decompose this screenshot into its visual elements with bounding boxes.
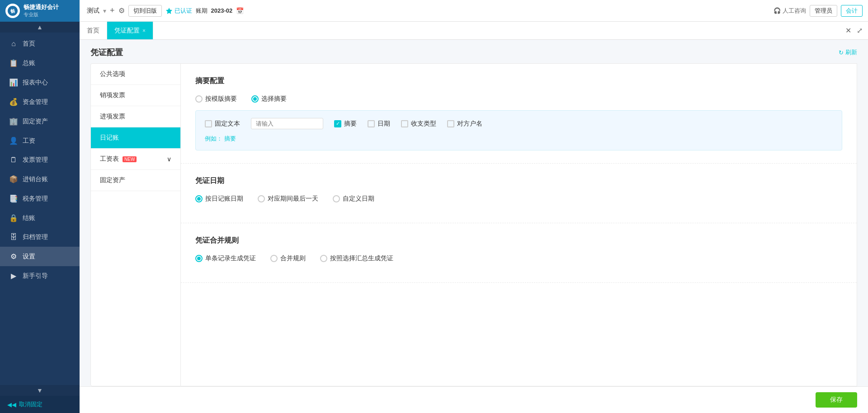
home-icon: ⌂ — [9, 40, 18, 48]
capital-icon: 💰 — [9, 98, 18, 106]
sidebar-item-home[interactable]: ⌂ 首页 — [0, 34, 80, 53]
sidebar-item-reports[interactable]: 📊 报表中心 — [0, 73, 80, 92]
checkbox-box-payment-type — [401, 120, 408, 127]
radio-single-record[interactable]: 单条记录生成凭证 — [195, 254, 256, 263]
merge-radio-group: 单条记录生成凭证 合并规则 按照选择汇总生成凭证 — [195, 254, 842, 263]
refresh-button[interactable]: ↻ 刷新 — [839, 48, 857, 56]
pin-icon: ◀◀ — [7, 401, 16, 408]
scroll-down-button[interactable]: ▼ — [0, 385, 80, 396]
radio-circle-by-selection — [320, 255, 327, 262]
calendar-icon[interactable]: 📅 — [236, 7, 244, 14]
period-label: 账期 — [196, 7, 208, 15]
tax-icon: 📑 — [9, 194, 18, 203]
page-header: 凭证配置 ↻ 刷新 — [80, 40, 868, 58]
left-nav-item-journal[interactable]: 日记账 — [91, 127, 180, 149]
logo-icon: 畅 — [5, 4, 20, 18]
radio-period-last[interactable]: 对应期间最后一天 — [258, 195, 318, 203]
top-header: 畅 畅捷通好会计 专业版 测试 ▾ + ⚙ 切到旧版 已认证 账期 2023-0… — [0, 0, 868, 22]
refresh-icon: ↻ — [839, 49, 844, 56]
tab-bar: 首页 凭证配置 × ✕ ⤢ — [80, 22, 868, 40]
headset-icon: 🎧 — [774, 7, 781, 14]
merge-section: 凭证合并规则 单条记录生成凭证 合并规则 按照选择汇总生成凭证 — [181, 223, 857, 283]
guide-icon: ▶ — [9, 272, 18, 280]
tab-actions: ✕ ⤢ — [840, 22, 868, 39]
content-area: 首页 凭证配置 × ✕ ⤢ 凭证配置 ↻ 刷新 公共选项 — [80, 22, 868, 413]
dropdown-icon[interactable]: ▾ — [103, 7, 106, 14]
radio-circle-select — [251, 95, 259, 103]
salary-icon: 👤 — [9, 136, 18, 145]
sidebar-item-tax[interactable]: 📑 税务管理 — [0, 189, 80, 208]
sidebar-item-invoice[interactable]: 🗒 发票管理 — [0, 150, 80, 169]
radio-circle-journal-date — [195, 195, 203, 202]
radio-circle-custom-date — [333, 195, 340, 202]
admin-button[interactable]: 管理员 — [810, 5, 837, 17]
sidebar-nav: ⌂ 首页 📋 总账 📊 报表中心 💰 资金管理 🏢 固定资产 👤 工资 — [0, 33, 80, 385]
checkbox-box-counterparty — [447, 120, 454, 127]
add-icon[interactable]: + — [110, 6, 115, 15]
sidebar-item-trade[interactable]: 📦 进销台账 — [0, 169, 80, 189]
summary-section-title: 摘要配置 — [195, 76, 842, 86]
radio-select-summary[interactable]: 选择摘要 — [251, 95, 287, 103]
sidebar-item-assets[interactable]: 🏢 固定资产 — [0, 112, 80, 131]
scroll-up-button[interactable]: ▲ — [0, 22, 80, 33]
sidebar-item-guide[interactable]: ▶ 新手引导 — [0, 266, 80, 286]
assets-icon: 🏢 — [9, 117, 18, 126]
left-nav-item-fixed-assets[interactable]: 固定资产 — [91, 170, 180, 191]
svg-text:畅: 畅 — [10, 9, 15, 14]
summary-radio-group: 按模版摘要 选择摘要 — [195, 95, 842, 103]
sidebar-item-archive[interactable]: 🗄 归档管理 — [0, 228, 80, 247]
config-area: 摘要配置 按模版摘要 选择摘要 — [181, 63, 857, 386]
radio-by-selection[interactable]: 按照选择汇总生成凭证 — [320, 254, 393, 263]
example-text: 例如： 摘要 — [205, 135, 833, 143]
checkbox-box-summary — [334, 120, 341, 127]
checkbox-summary[interactable]: 摘要 — [334, 120, 357, 128]
checkbox-date[interactable]: 日期 — [368, 120, 390, 128]
logo-area: 畅 畅捷通好会计 专业版 — [0, 0, 80, 22]
tab-voucher-config[interactable]: 凭证配置 × — [107, 22, 153, 39]
switch-old-version-button[interactable]: 切到旧版 — [128, 5, 162, 17]
tab-home[interactable]: 首页 — [80, 22, 107, 39]
sidebar-item-salary[interactable]: 👤 工资 — [0, 131, 80, 150]
accountant-button[interactable]: 会计 — [841, 5, 863, 17]
fixed-text-input[interactable] — [251, 118, 323, 129]
logo-text: 畅捷通好会计 专业版 — [24, 3, 59, 18]
tab-close-icon[interactable]: ✕ — [844, 24, 853, 37]
summary-config-box: 固定文本 摘要 日期 — [195, 110, 842, 150]
sidebar-item-close[interactable]: 🔒 结账 — [0, 208, 80, 228]
support-button[interactable]: 🎧 人工咨询 — [774, 7, 806, 15]
project-name: 测试 — [87, 7, 99, 15]
tab-close-button[interactable]: × — [142, 28, 146, 34]
inner-layout: 公共选项 销项发票 进项发票 日记账 工资表 NEW ∨ — [80, 58, 868, 386]
checkbox-counterparty[interactable]: 对方户名 — [447, 120, 482, 128]
settings-nav-icon: ⚙ — [9, 252, 18, 261]
trade-icon: 📦 — [9, 175, 18, 183]
summary-section: 摘要配置 按模版摘要 选择摘要 — [181, 64, 857, 164]
ledger-icon: 📋 — [9, 59, 18, 67]
radio-merge-rule[interactable]: 合并规则 — [270, 254, 306, 263]
left-nav-item-public[interactable]: 公共选项 — [91, 64, 180, 85]
radio-template-summary[interactable]: 按模版摘要 — [195, 95, 237, 103]
checkbox-fixed-text[interactable]: 固定文本 — [205, 120, 240, 128]
settings-icon[interactable]: ⚙ — [118, 6, 125, 15]
left-nav-item-purchase-invoice[interactable]: 进项发票 — [91, 106, 180, 127]
cancel-fixed-button[interactable]: ◀◀ 取消固定 — [0, 396, 80, 413]
checkbox-box-fixed-text — [205, 120, 212, 127]
radio-circle-template — [195, 95, 203, 103]
sidebar-item-capital[interactable]: 💰 资金管理 — [0, 92, 80, 112]
sidebar-item-ledger[interactable]: 📋 总账 — [0, 53, 80, 73]
merge-section-title: 凭证合并规则 — [195, 236, 842, 245]
certified-badge: 已认证 — [165, 7, 192, 15]
checkbox-box-date — [368, 120, 375, 127]
tab-expand-icon[interactable]: ⤢ — [855, 24, 864, 37]
radio-custom-date[interactable]: 自定义日期 — [333, 195, 374, 203]
left-nav-item-sales-invoice[interactable]: 销项发票 — [91, 85, 180, 106]
left-nav-item-payroll[interactable]: 工资表 NEW ∨ — [91, 149, 180, 170]
radio-journal-date[interactable]: 按日记账日期 — [195, 195, 243, 203]
checkbox-payment-type[interactable]: 收支类型 — [401, 120, 436, 128]
close-period-icon: 🔒 — [9, 214, 18, 222]
bottom-bar: 保存 — [80, 386, 868, 413]
date-section-title: 凭证日期 — [195, 176, 842, 186]
sidebar-item-settings[interactable]: ⚙ 设置 — [0, 247, 80, 266]
reports-icon: 📊 — [9, 78, 18, 87]
save-button[interactable]: 保存 — [816, 392, 857, 408]
